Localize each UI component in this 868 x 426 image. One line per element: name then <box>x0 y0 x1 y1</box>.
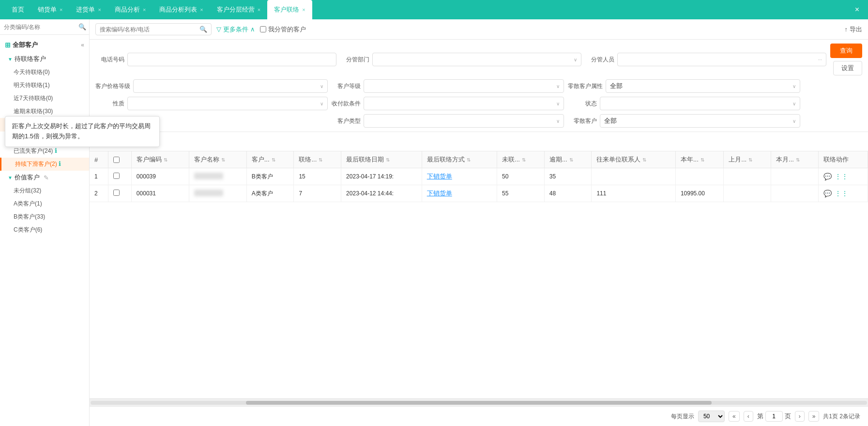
scrollbar-thumb[interactable] <box>246 401 712 405</box>
sidebar-item-a-class[interactable]: A类客户(1) <box>0 197 89 210</box>
filter-nature: 性质 ∨ <box>95 97 328 110</box>
sort-icon: ⇅ <box>642 157 646 162</box>
nav-close-icon[interactable]: × <box>98 7 101 13</box>
arrow-down-icon: ▼ <box>8 57 13 62</box>
sidebar-item-b-class[interactable]: B类客户(33) <box>0 210 89 223</box>
nav-purchase-order[interactable]: 进货单 × <box>69 0 107 19</box>
table-wrapper[interactable]: # 客户编码⇅ 客户名称⇅ 客户...⇅ 联络...⇅ 最后联络日期⇅ 最后联络… <box>90 151 868 398</box>
sidebar-all-customers[interactable]: ⊞ 全部客户 « <box>0 38 89 52</box>
nature-select[interactable]: ∨ <box>127 97 328 110</box>
col-this-year: 本年...⇅ <box>675 151 723 168</box>
status-select[interactable]: ∨ <box>600 97 800 110</box>
per-page-select[interactable]: 50 20 100 <box>698 411 725 422</box>
sidebar-item-ungrouped[interactable]: 未分组(32) <box>0 184 89 197</box>
sidebar-section-value[interactable]: ▼ 价值客户 ✎ <box>0 171 89 184</box>
cell-actions: 💬 ⋮⋮ <box>818 168 868 185</box>
prev-page-button[interactable]: ‹ <box>744 411 753 422</box>
sort-icon: ⇅ <box>700 157 704 162</box>
nav-sales-order[interactable]: 销货单 × <box>31 0 69 19</box>
sort-icon: ⇅ <box>522 157 526 162</box>
last-method-link[interactable]: 下销货单 <box>427 173 452 180</box>
my-customers-checkbox[interactable] <box>260 26 266 32</box>
nav-home[interactable]: 首页 <box>5 0 31 19</box>
search-input[interactable] <box>100 26 197 33</box>
nav-close-active-icon[interactable]: × <box>302 7 305 13</box>
chevron-down-icon: ∨ <box>792 118 796 124</box>
filter-phone: 电话号码 <box>95 53 336 66</box>
nav-close-icon[interactable]: × <box>258 7 260 13</box>
nav-close-icon[interactable]: × <box>143 7 146 13</box>
search-submit-icon[interactable]: 🔍 <box>199 26 207 33</box>
filter-retail-attr: 零散客户属性 全部 ∨ <box>568 79 800 93</box>
info-icon: ℹ <box>59 160 61 167</box>
nav-customer-segment[interactable]: 客户分层经营 × <box>210 0 267 19</box>
chevron-down-icon: ∨ <box>792 84 796 89</box>
filter-price-level: 客户价格等级 ∨ <box>95 79 328 93</box>
last-page-button[interactable]: » <box>808 411 820 422</box>
nav-product-analysis-list[interactable]: 商品分析列表 × <box>152 0 210 19</box>
my-customers-filter[interactable]: 我分管的客户 <box>260 25 306 34</box>
page-number-input[interactable] <box>765 411 783 422</box>
cell-index: 2 <box>90 185 108 202</box>
sidebar-section-pending[interactable]: ▼ 待联络客户 <box>0 52 89 66</box>
cell-type: A类客户 <box>246 185 294 202</box>
customer-level-select[interactable]: ∨ <box>364 79 564 93</box>
table-header-row: # 客户编码⇅ 客户名称⇅ 客户...⇅ 联络...⇅ 最后联络日期⇅ 最后联络… <box>90 151 868 168</box>
cell-this-year <box>675 168 723 185</box>
nav-customer-contact[interactable]: 客户联络 × <box>267 0 312 19</box>
sidebar-item-declining[interactable]: 持续下滑客户(2) ℹ <box>0 158 89 171</box>
person-select[interactable]: ··· <box>617 53 826 66</box>
retail-attr-select[interactable]: 全部 ∨ <box>606 79 800 93</box>
cell-unlink-days: 50 <box>497 168 545 185</box>
first-page-button[interactable]: « <box>729 411 740 422</box>
col-code: 客户编码⇅ <box>131 151 189 168</box>
cell-code: 000039 <box>131 168 189 185</box>
sidebar-item-7days[interactable]: 近7天待联络(0) <box>0 92 89 105</box>
sidebar-item-today[interactable]: 今天待联络(0) <box>0 66 89 79</box>
nav-close-icon[interactable]: × <box>60 7 62 13</box>
query-button[interactable]: 查询 <box>830 44 862 58</box>
arrow-icon: ▼ <box>8 175 13 180</box>
customer-type-label: 客户类型 <box>332 117 361 125</box>
edit-icon[interactable]: ✎ <box>44 174 49 181</box>
row-checkbox[interactable] <box>113 190 120 196</box>
sidebar-search-icon[interactable]: 🔍 <box>78 23 86 30</box>
col-checkbox <box>108 151 132 168</box>
dept-select[interactable]: ∨ <box>372 53 581 66</box>
customer-type-select[interactable]: ∨ <box>364 114 564 128</box>
action-icons-row1: 💬 ⋮⋮ <box>823 173 863 180</box>
next-page-button[interactable]: › <box>795 411 805 422</box>
collapse-icon[interactable]: « <box>81 42 84 48</box>
scrollbar-track <box>91 401 867 405</box>
cell-checkbox <box>108 185 132 202</box>
sidebar-item-c-class[interactable]: C类客户(6) <box>0 223 89 236</box>
more-conditions-button[interactable]: ▽ 更多条件 ∧ <box>216 25 255 34</box>
settings-button[interactable]: 设置 <box>833 61 862 75</box>
sidebar-item-tomorrow[interactable]: 明天待联络(1) <box>0 79 89 92</box>
filter-customer-type: 客户类型 ∨ <box>332 114 564 128</box>
price-level-select[interactable]: ∨ <box>133 79 328 93</box>
contact-action-icon[interactable]: 💬 <box>823 173 832 180</box>
cell-name <box>189 168 246 185</box>
more-action-icon[interactable]: ⋮⋮ <box>835 173 848 180</box>
total-records-label: 共1页 2条记录 <box>823 412 860 421</box>
payment-select[interactable]: ∨ <box>364 97 564 110</box>
select-all-checkbox[interactable] <box>113 157 120 163</box>
phone-input[interactable] <box>127 53 336 66</box>
col-contact-person: 往来单位联系人⇅ <box>592 151 675 168</box>
last-method-link[interactable]: 下销货单 <box>427 190 452 197</box>
export-button[interactable]: ↑ 导出 <box>845 25 863 34</box>
more-action-icon[interactable]: ⋮⋮ <box>835 190 848 197</box>
filter-person: 分管人员 ··· <box>585 53 826 66</box>
sidebar-search-input[interactable] <box>4 24 76 30</box>
retail-customer-select[interactable]: 全部 ∨ <box>600 114 800 128</box>
horizontal-scrollbar[interactable] <box>90 398 868 406</box>
nav-product-analysis[interactable]: 商品分析 × <box>108 0 152 19</box>
cell-last-month <box>724 168 771 185</box>
row-checkbox[interactable] <box>113 173 120 179</box>
window-close-button[interactable]: × <box>851 5 863 14</box>
filter-retail-customer: 零散客户 全部 ∨ <box>568 114 800 128</box>
contact-action-icon[interactable]: 💬 <box>823 190 832 197</box>
nav-close-icon[interactable]: × <box>200 7 203 13</box>
person-label: 分管人员 <box>585 56 614 64</box>
